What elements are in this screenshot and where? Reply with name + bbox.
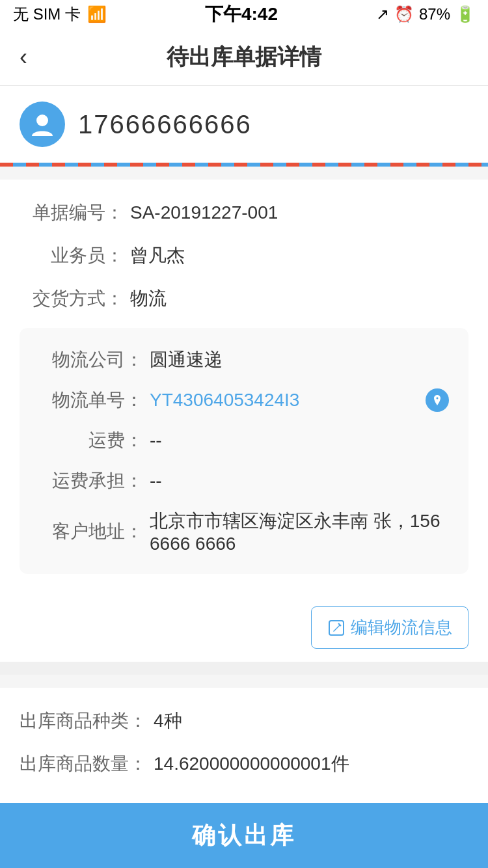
tracking-location-icon[interactable] [426, 388, 449, 412]
battery-text: 87% [419, 5, 450, 23]
salesman-label: 业务员： [20, 242, 124, 269]
confirm-outbound-button[interactable]: 确认出库 [0, 803, 488, 868]
outbound-types-value: 4种 [154, 707, 468, 735]
logistics-card: 物流公司： 圆通速递 物流单号： YT43064053424I3 运费： -- … [20, 328, 468, 574]
wifi-icon: 📶 [87, 5, 107, 23]
salesman-row: 业务员： 曾凡杰 [20, 242, 468, 269]
order-no-row: 单据编号： SA-20191227-001 [20, 199, 468, 226]
freight-bear-row: 运费承担： -- [39, 468, 449, 493]
customer-header: 17666666666 [0, 86, 488, 163]
freight-label: 运费： [39, 428, 143, 453]
logistics-tracking-label: 物流单号： [39, 388, 143, 413]
section-divider [0, 662, 488, 675]
outbound-quantity-row: 出库商品数量： 14.620000000000001件 [20, 750, 468, 778]
status-bar: 无 SIM 卡 📶 下午4:42 ↗ ⏰ 87% 🔋 [0, 0, 488, 29]
logistics-tracking-value: YT43064053424I3 [150, 390, 419, 411]
freight-bear-label: 运费承担： [39, 468, 143, 493]
outbound-types-label: 出库商品种类： [20, 707, 147, 735]
status-right: ↗ ⏰ 87% 🔋 [376, 5, 475, 23]
svg-point-0 [36, 115, 48, 126]
outbound-block: 出库商品种类： 4种 出库商品数量： 14.620000000000001件 [0, 688, 488, 797]
back-button[interactable]: ‹ [20, 44, 59, 71]
outbound-types-row: 出库商品种类： 4种 [20, 707, 468, 735]
delivery-label: 交货方式： [20, 285, 124, 312]
logistics-company-label: 物流公司： [39, 347, 143, 372]
status-time: 下午4:42 [205, 2, 278, 27]
location-icon: ↗ [376, 5, 389, 23]
page-title: 待出库单据详情 [167, 42, 321, 72]
order-info-block: 单据编号： SA-20191227-001 业务员： 曾凡杰 交货方式： 物流 … [0, 180, 488, 593]
customer-phone: 17666666666 [78, 110, 252, 139]
status-left: 无 SIM 卡 📶 [13, 4, 107, 25]
order-no-value: SA-20191227-001 [130, 199, 468, 226]
edit-logistics-row: 编辑物流信息 [0, 593, 488, 662]
dashed-divider [0, 163, 488, 167]
order-no-label: 单据编号： [20, 199, 124, 226]
freight-value: -- [150, 430, 449, 451]
logistics-tracking-row: 物流单号： YT43064053424I3 [39, 388, 449, 413]
address-row: 客户地址： 北京市市辖区海淀区永丰南 张，156 6666 6666 [39, 509, 449, 554]
battery-icon: 🔋 [455, 5, 475, 23]
logistics-company-row: 物流公司： 圆通速递 [39, 347, 449, 372]
confirm-outbound-label: 确认出库 [192, 820, 296, 852]
freight-row: 运费： -- [39, 428, 449, 453]
nav-bar: ‹ 待出库单据详情 [0, 29, 488, 86]
no-sim-text: 无 SIM 卡 [13, 4, 81, 25]
avatar [20, 102, 65, 147]
outbound-quantity-label: 出库商品数量： [20, 750, 147, 778]
delivery-value: 物流 [130, 285, 468, 312]
logistics-company-value: 圆通速递 [150, 347, 449, 372]
address-label: 客户地址： [39, 519, 143, 544]
salesman-value: 曾凡杰 [130, 242, 468, 269]
freight-bear-value: -- [150, 470, 449, 491]
edit-logistics-button[interactable]: 编辑物流信息 [311, 606, 468, 649]
alarm-icon: ⏰ [394, 5, 414, 23]
outbound-quantity-value: 14.620000000000001件 [154, 750, 468, 778]
address-value: 北京市市辖区海淀区永丰南 张，156 6666 6666 [150, 509, 449, 554]
edit-logistics-label: 编辑物流信息 [351, 616, 452, 639]
delivery-row: 交货方式： 物流 [20, 285, 468, 312]
